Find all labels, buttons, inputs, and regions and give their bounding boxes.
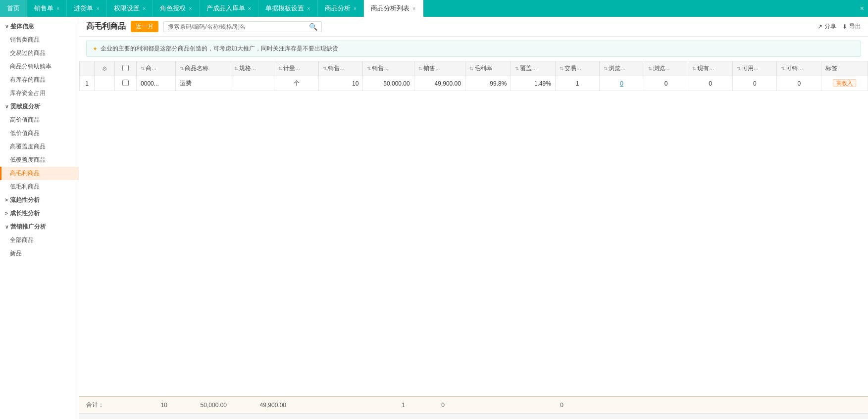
col-label-code: 商...: [146, 64, 156, 73]
nav-close-icon-7[interactable]: ×: [354, 5, 357, 11]
window-close-icon[interactable]: ×: [860, 4, 864, 12]
nav-item-1[interactable]: 销售单×: [27, 0, 67, 17]
sidebar-item-0-0[interactable]: 销售类商品: [0, 33, 79, 47]
col-header-gross_margin[interactable]: ⇅毛利率: [465, 61, 511, 76]
nav-item-5[interactable]: 产成品入库单×: [200, 0, 258, 17]
cell-checkbox-0[interactable]: [115, 76, 137, 91]
col-header-available_stock[interactable]: ⇅可用...: [732, 61, 777, 76]
cell-transaction-0: 1: [555, 76, 600, 91]
cell-sales_amount-0: 50,000.00: [363, 76, 414, 91]
sidebar-item-1-2[interactable]: 高覆盖度商品: [0, 140, 79, 153]
horizontal-scrollbar[interactable]: [79, 413, 868, 419]
sort-icon-gross_margin[interactable]: ⇅: [469, 66, 473, 71]
search-container: 🔍: [163, 21, 322, 32]
sort-icon-coverage[interactable]: ⇅: [515, 66, 519, 71]
sidebar-item-0-1[interactable]: 交易过的商品: [0, 47, 79, 60]
col-label-tag: 标签: [825, 64, 837, 73]
page-title: 高毛利商品: [86, 21, 126, 32]
footer-transaction: 1: [373, 402, 413, 409]
filter-button[interactable]: 近一月: [131, 21, 158, 32]
sort-icon-browse2[interactable]: ⇅: [648, 66, 652, 71]
cell-code-0: 0000...: [137, 76, 176, 91]
sort-icon-unit[interactable]: ⇅: [278, 66, 282, 71]
sidebar-group-1[interactable]: ∨贡献度分析: [0, 100, 79, 113]
sidebar-item-1-1[interactable]: 低价值商品: [0, 127, 79, 140]
nav-close-icon-1[interactable]: ×: [56, 5, 59, 11]
row-num-0: 1: [80, 76, 95, 91]
sort-icon-spec[interactable]: ⇅: [234, 66, 238, 71]
search-input[interactable]: [168, 23, 309, 30]
sidebar-item-1-3[interactable]: 低覆盖度商品: [0, 153, 79, 167]
share-button[interactable]: ↗ 分享: [817, 22, 836, 31]
sidebar-group-2[interactable]: >流趋性分析: [0, 193, 79, 207]
sort-icon-sales_profit[interactable]: ⇅: [418, 66, 422, 71]
sort-icon-name[interactable]: ⇅: [180, 66, 184, 71]
select-all-checkbox[interactable]: [122, 65, 129, 71]
nav-item-8[interactable]: 商品分析列表×: [364, 0, 423, 17]
sidebar-group-label-1: 贡献度分析: [10, 102, 40, 111]
col-header-name[interactable]: ⇅商品名称: [175, 61, 230, 76]
row-checkbox-0[interactable]: [122, 80, 129, 86]
col-header-browse2[interactable]: ⇅浏览...: [644, 61, 688, 76]
nav-item-4[interactable]: 角色授权×: [153, 0, 199, 17]
sort-icon-browse1[interactable]: ⇅: [604, 66, 608, 71]
col-label-coverage: 覆盖...: [520, 64, 537, 73]
nav-close-icon-6[interactable]: ×: [307, 5, 310, 11]
sort-icon-available_stock[interactable]: ⇅: [737, 66, 741, 71]
col-header-code[interactable]: ⇅商...: [137, 61, 176, 76]
sidebar-item-0-2[interactable]: 商品分销助购率: [0, 60, 79, 73]
nav-item-0[interactable]: 首页: [0, 0, 27, 17]
sidebar-item-4-1[interactable]: 新品: [0, 247, 79, 260]
col-header-unit[interactable]: ⇅计量...: [274, 61, 319, 76]
export-button[interactable]: ⬇ 导出: [842, 22, 861, 31]
col-header-coverage[interactable]: ⇅覆盖...: [511, 61, 556, 76]
search-icon[interactable]: 🔍: [309, 23, 317, 31]
sidebar-group-3[interactable]: >成长性分析: [0, 207, 79, 220]
sidebar-item-0-4[interactable]: 库存资金占用: [0, 87, 79, 100]
cell-browse1-0[interactable]: 0: [600, 76, 644, 91]
table-wrapper: ⚙⇅商...⇅商品名称⇅规格...⇅计量...⇅销售...⇅销售...⇅销售..…: [79, 61, 868, 396]
sort-icon-sellable_stock[interactable]: ⇅: [781, 66, 785, 71]
sidebar-item-1-0[interactable]: 高价值商品: [0, 113, 79, 127]
col-header-sales_amount[interactable]: ⇅销售...: [363, 61, 414, 76]
nav-item-3[interactable]: 权限设置×: [107, 0, 153, 17]
col-label-browse1: 浏览...: [609, 64, 625, 73]
sort-icon-transaction[interactable]: ⇅: [560, 66, 563, 71]
nav-close-icon-8[interactable]: ×: [412, 5, 415, 11]
sidebar-item-1-4[interactable]: 高毛利商品: [0, 167, 79, 180]
col-header-tag: 标签: [821, 61, 868, 76]
sidebar-group-label-4: 营销推广分析: [10, 223, 46, 231]
sort-icon-sales_qty[interactable]: ⇅: [323, 66, 327, 71]
col-label-current_stock: 现有...: [697, 64, 714, 73]
col-header-checkbox: [115, 61, 137, 76]
col-header-current_stock[interactable]: ⇅现有...: [688, 61, 733, 76]
sort-icon-sales_amount[interactable]: ⇅: [367, 66, 371, 71]
sort-icon-current_stock[interactable]: ⇅: [692, 66, 696, 71]
sort-icon-code[interactable]: ⇅: [141, 66, 145, 71]
sidebar-item-0-3[interactable]: 有库存的商品: [0, 73, 79, 87]
nav-close-icon-5[interactable]: ×: [248, 5, 251, 11]
info-bar: ✦ 企业的主要的利润都是这部分商品创造的，可考虑加大推广，同时关注库存是不要出现…: [86, 41, 861, 57]
nav-item-2[interactable]: 进货单×: [67, 0, 106, 17]
settings-icon[interactable]: ⚙: [102, 65, 107, 72]
sidebar-group-0[interactable]: ∨整体信息: [0, 20, 79, 33]
col-label-sales_amount: 销售...: [372, 64, 389, 73]
col-header-spec[interactable]: ⇅规格...: [230, 61, 274, 76]
col-label-transaction: 交易...: [564, 64, 581, 73]
col-header-sellable_stock[interactable]: ⇅可销...: [777, 61, 821, 76]
col-header-transaction[interactable]: ⇅交易...: [555, 61, 600, 76]
col-header-browse1[interactable]: ⇅浏览...: [600, 61, 644, 76]
sidebar-group-4[interactable]: ∨营销推广分析: [0, 220, 79, 233]
nav-item-7[interactable]: 商品分析×: [318, 0, 364, 17]
col-header-sales_profit[interactable]: ⇅销售...: [414, 61, 465, 76]
col-header-sales_qty[interactable]: ⇅销售...: [318, 61, 363, 76]
footer-values: 10 50,000.00 49,900.00 1 0 0: [116, 402, 861, 409]
nav-close-icon-2[interactable]: ×: [96, 5, 99, 11]
col-label-gross_margin: 毛利率: [474, 64, 492, 73]
nav-close-icon-3[interactable]: ×: [143, 5, 146, 11]
sidebar-item-4-0[interactable]: 全部商品: [0, 233, 79, 247]
sidebar-item-1-5[interactable]: 低毛利商品: [0, 180, 79, 193]
nav-close-icon-4[interactable]: ×: [189, 5, 192, 11]
footer-sales-profit: 49,900.00: [235, 402, 294, 409]
nav-item-6[interactable]: 单据模板设置×: [258, 0, 317, 17]
